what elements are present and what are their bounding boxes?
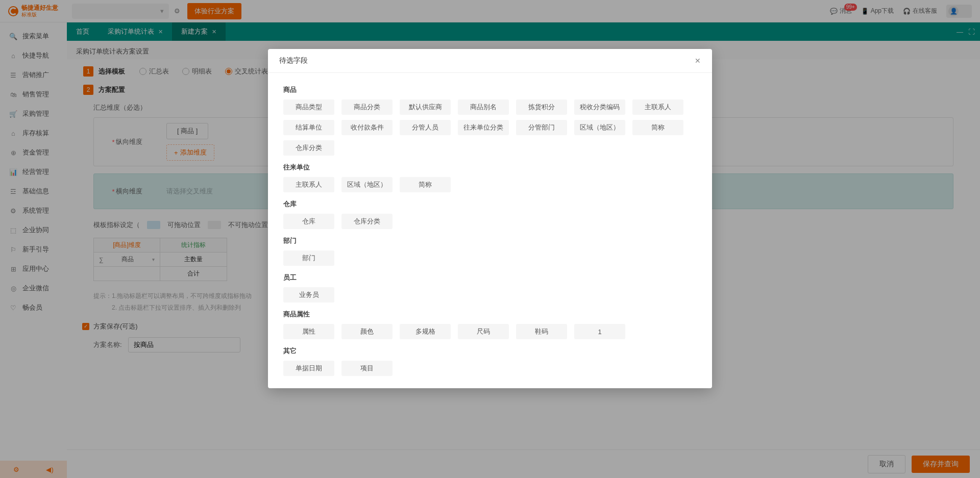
field-chip[interactable]: 分管人员 xyxy=(400,120,451,135)
field-group-4: 员工业务员 xyxy=(283,273,697,303)
field-chip[interactable]: 单据日期 xyxy=(283,361,334,376)
field-group-title: 员工 xyxy=(283,273,697,282)
field-chip[interactable]: 鞋码 xyxy=(516,324,567,339)
field-chip[interactable]: 区域（地区） xyxy=(341,177,393,192)
field-chip[interactable]: 1 xyxy=(574,324,625,339)
modal-title: 待选字段 xyxy=(279,56,308,65)
modal-close-icon[interactable]: ✕ xyxy=(695,57,701,65)
field-chip[interactable]: 分管部门 xyxy=(516,120,567,135)
field-chip[interactable]: 税收分类编码 xyxy=(574,99,625,115)
field-chip[interactable]: 属性 xyxy=(283,324,334,339)
field-chip[interactable]: 拣货积分 xyxy=(516,99,567,115)
field-chip[interactable]: 商品别名 xyxy=(458,99,509,115)
field-group-title: 部门 xyxy=(283,236,697,245)
field-chip[interactable]: 默认供应商 xyxy=(400,99,451,115)
field-chip[interactable]: 商品分类 xyxy=(341,99,393,115)
field-chip[interactable]: 区域（地区） xyxy=(574,120,625,135)
field-chip[interactable]: 收付款条件 xyxy=(341,120,393,135)
field-chip[interactable]: 结算单位 xyxy=(283,120,334,135)
field-group-title: 往来单位 xyxy=(283,163,697,172)
field-group-1: 往来单位主联系人区域（地区）简称 xyxy=(283,163,697,192)
field-group-title: 商品 xyxy=(283,85,697,94)
field-chip[interactable]: 业务员 xyxy=(283,287,334,303)
field-group-6: 其它单据日期项目 xyxy=(283,346,697,376)
field-chip[interactable]: 颜色 xyxy=(341,324,393,339)
field-chip[interactable]: 商品类型 xyxy=(283,99,334,115)
field-chip[interactable]: 多规格 xyxy=(400,324,451,339)
field-group-3: 部门部门 xyxy=(283,236,697,266)
field-picker-modal: 待选字段 ✕ 商品商品类型商品分类默认供应商商品别名拣货积分税收分类编码主联系人… xyxy=(268,49,712,388)
field-group-title: 商品属性 xyxy=(283,310,697,319)
field-chip[interactable]: 往来单位分类 xyxy=(458,120,509,135)
field-chip[interactable]: 尺码 xyxy=(458,324,509,339)
field-group-2: 仓库仓库仓库分类 xyxy=(283,199,697,229)
field-chip[interactable]: 仓库 xyxy=(283,214,334,229)
field-chip[interactable]: 主联系人 xyxy=(283,177,334,192)
field-chip[interactable]: 主联系人 xyxy=(632,99,683,115)
field-group-5: 商品属性属性颜色多规格尺码鞋码1 xyxy=(283,310,697,339)
field-group-title: 仓库 xyxy=(283,199,697,209)
field-chip[interactable]: 简称 xyxy=(632,120,683,135)
field-group-0: 商品商品类型商品分类默认供应商商品别名拣货积分税收分类编码主联系人结算单位收付款… xyxy=(283,85,697,156)
field-chip[interactable]: 部门 xyxy=(283,250,334,266)
field-chip[interactable]: 简称 xyxy=(400,177,451,192)
field-group-title: 其它 xyxy=(283,346,697,356)
field-chip[interactable]: 仓库分类 xyxy=(341,214,393,229)
field-chip[interactable]: 仓库分类 xyxy=(283,140,334,156)
field-chip[interactable]: 项目 xyxy=(341,361,393,376)
